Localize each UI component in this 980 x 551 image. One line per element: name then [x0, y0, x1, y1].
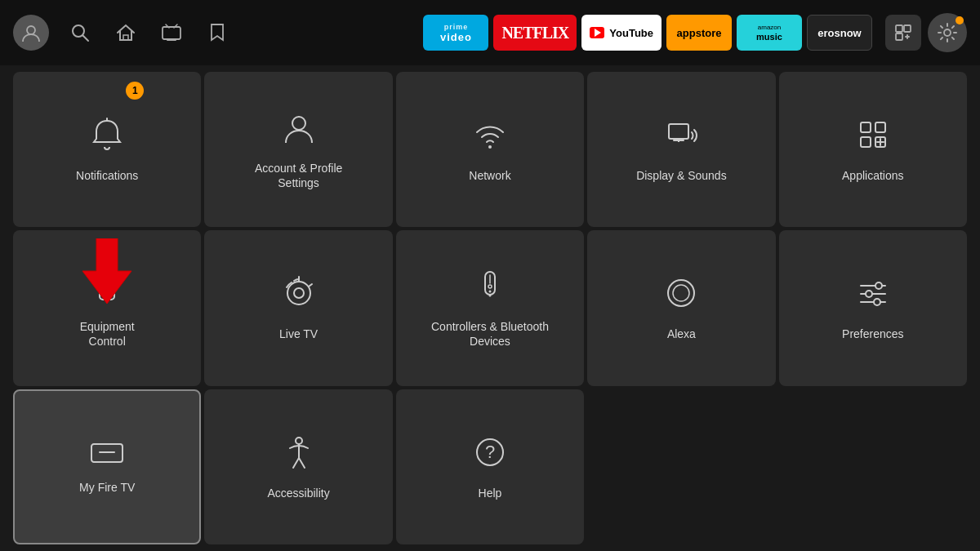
tile-applications[interactable]: Applications — [779, 72, 967, 227]
svg-line-2 — [83, 36, 89, 42]
tile-live-tv[interactable]: Live TV — [204, 230, 392, 385]
tile-accessibility[interactable]: Accessibility — [204, 389, 392, 544]
prime-video-app[interactable]: prime video — [423, 15, 488, 51]
accessibility-icon — [280, 433, 318, 476]
controllers-icon — [471, 267, 509, 309]
alexa-icon — [662, 274, 700, 317]
tile-network[interactable]: Network — [396, 72, 584, 227]
settings-button[interactable] — [928, 13, 967, 52]
svg-point-0 — [27, 26, 35, 34]
svg-rect-21 — [861, 137, 871, 147]
tile-help[interactable]: ? Help — [396, 389, 584, 544]
grid-button[interactable] — [885, 15, 921, 51]
youtube-app[interactable]: YouTube — [581, 15, 662, 51]
appstore-app[interactable]: appstore — [666, 15, 732, 51]
home-icon[interactable] — [111, 18, 140, 47]
notification-badge: 1 — [126, 82, 144, 100]
svg-point-15 — [488, 145, 492, 149]
svg-rect-4 — [163, 27, 180, 39]
tile-notifications[interactable]: 1 Notifications — [13, 72, 201, 227]
svg-point-39 — [488, 295, 491, 297]
preferences-icon — [854, 274, 892, 317]
svg-point-43 — [875, 282, 882, 289]
svg-rect-10 — [904, 25, 911, 32]
svg-point-38 — [488, 291, 491, 293]
tile-label-alexa: Alexa — [667, 327, 696, 341]
help-icon: ? — [471, 433, 509, 476]
tile-preferences[interactable]: Preferences — [779, 230, 967, 385]
svg-rect-11 — [896, 33, 902, 40]
tile-label-notifications: Notifications — [76, 168, 138, 183]
amazon-music-app[interactable]: amazon music — [737, 15, 802, 51]
live-tv-icon — [280, 274, 318, 317]
tile-account-profile[interactable]: Account & ProfileSettings — [204, 72, 392, 227]
nav-apps: prime video NETFLIX YouTube appstore ama… — [423, 15, 872, 51]
svg-point-50 — [296, 438, 302, 444]
svg-point-45 — [866, 291, 872, 297]
empty-cell-2 — [779, 389, 967, 544]
bookmark-icon[interactable] — [203, 18, 232, 47]
top-nav: prime video NETFLIX YouTube appstore ama… — [0, 0, 980, 65]
display-sounds-icon — [662, 116, 700, 158]
tile-label-applications: Applications — [842, 168, 904, 183]
tile-display-sounds[interactable]: Display & Sounds — [587, 72, 775, 227]
tile-label-help: Help — [479, 486, 502, 500]
svg-line-34 — [309, 284, 312, 287]
empty-cell-1 — [587, 389, 775, 544]
tile-alexa[interactable]: Alexa — [587, 230, 775, 385]
tile-label-display-sounds: Display & Sounds — [636, 168, 727, 183]
erosnow-app[interactable]: erosnow — [807, 15, 872, 51]
svg-point-12 — [944, 29, 951, 36]
svg-point-37 — [488, 285, 492, 288]
my-fire-tv-icon — [88, 439, 126, 470]
account-icon — [280, 109, 318, 151]
nav-right-controls — [885, 13, 967, 52]
tile-label-equipment-control: EquipmentControl — [80, 319, 135, 349]
svg-point-14 — [292, 117, 305, 130]
youtube-play-icon — [590, 27, 604, 38]
tile-label-account: Account & ProfileSettings — [255, 161, 342, 190]
tile-label-accessibility: Accessibility — [267, 486, 329, 500]
tile-label-controllers: Controllers & BluetoothDevices — [431, 319, 549, 349]
tv-icon[interactable] — [157, 18, 186, 47]
svg-point-41 — [673, 285, 689, 301]
search-icon[interactable] — [65, 18, 95, 47]
notification-icon — [88, 116, 126, 158]
tile-label-network: Network — [469, 168, 510, 183]
tile-label-preferences: Preferences — [842, 327, 903, 341]
profile-icon[interactable] — [13, 15, 49, 51]
svg-point-32 — [294, 288, 304, 298]
nav-left-icons — [13, 15, 232, 51]
svg-point-47 — [874, 299, 880, 305]
applications-icon — [854, 116, 892, 158]
wifi-icon — [471, 116, 509, 158]
svg-rect-9 — [896, 25, 902, 32]
settings-grid: 1 Notifications Account & ProfileSetting… — [0, 65, 980, 551]
tile-label-live-tv: Live TV — [279, 327, 318, 341]
equipment-control-icon — [88, 267, 126, 309]
tile-equipment-control[interactable]: EquipmentControl — [13, 230, 201, 385]
svg-text:?: ? — [485, 442, 495, 462]
svg-rect-20 — [875, 122, 885, 132]
svg-rect-16 — [669, 124, 688, 139]
svg-point-31 — [287, 282, 310, 304]
tile-label-my-fire-tv: My Fire TV — [79, 480, 135, 495]
svg-rect-19 — [861, 122, 871, 132]
netflix-app[interactable]: NETFLIX — [493, 15, 577, 51]
tile-controllers-bluetooth[interactable]: Controllers & BluetoothDevices — [396, 230, 584, 385]
svg-point-26 — [104, 288, 110, 295]
svg-point-40 — [668, 280, 694, 306]
tile-my-fire-tv[interactable]: My Fire TV — [13, 389, 201, 544]
